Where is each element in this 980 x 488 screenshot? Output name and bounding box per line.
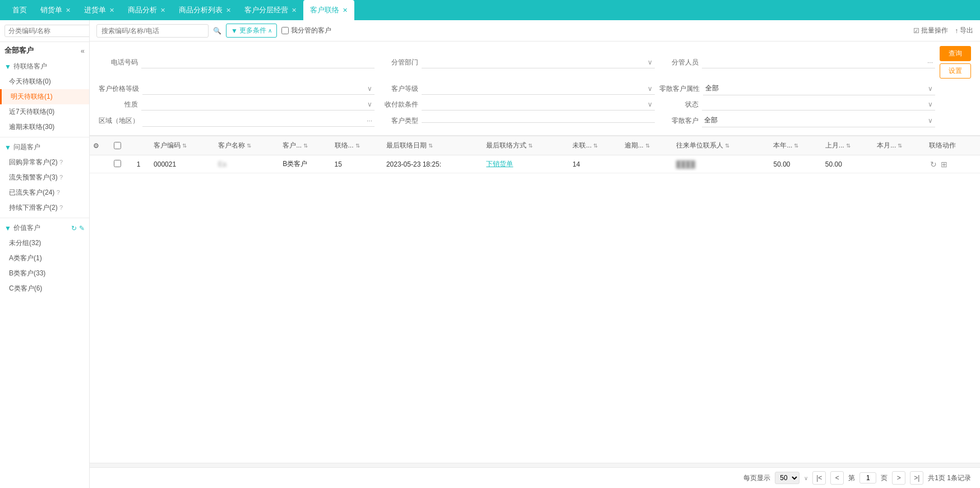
last-page-btn[interactable]: >| [910, 471, 923, 485]
retail-attr-select[interactable]: 全部 ∨ [703, 82, 935, 95]
sidebar-item-repurchase-abnormal[interactable]: 回购异常客户(2) ? [0, 155, 89, 170]
arrow-icon: ▼ [4, 63, 11, 71]
person-input[interactable]: ··· [702, 57, 935, 68]
sort-icon-this-month[interactable]: ⇅ [898, 142, 902, 149]
refresh-icon[interactable]: ↻ [71, 224, 77, 232]
cell-contact-action: ↻ ⊞ [926, 155, 980, 173]
sort-icon-contact[interactable]: ⇅ [355, 142, 360, 149]
export-btn[interactable]: ↑ 导出 [955, 26, 973, 35]
region-label: 区域（地区） [99, 116, 139, 126]
sort-icon-name[interactable]: ⇅ [247, 142, 251, 149]
th-last-month: 上月...⇅ [822, 136, 873, 155]
th-this-year-label: 本年... [773, 141, 792, 150]
region-input[interactable]: ··· [142, 115, 375, 127]
sidebar-item-today-label: 今天待联络(0) [9, 77, 51, 85]
setting-button[interactable]: 设置 [940, 63, 971, 79]
first-page-btn[interactable]: |< [812, 471, 826, 485]
per-page-label: 每页显示 [743, 473, 770, 483]
retail-customer-select[interactable]: 全部 ∨ [702, 114, 935, 127]
my-customers-checkbox-label[interactable]: 我分管的客户 [281, 26, 331, 35]
customer-type-select[interactable] [422, 119, 655, 123]
search-toolbar-icon[interactable]: 🔍 [213, 27, 221, 35]
nav-item-home[interactable]: 首页 [6, 0, 34, 20]
cell-unit-contact: ████ [673, 155, 770, 173]
nav-item-customer-tier-close-icon[interactable]: ✕ [292, 7, 297, 14]
sidebar-item-class-c[interactable]: C类客户(6) [0, 281, 89, 296]
sort-icon-year[interactable]: ⇅ [794, 142, 798, 149]
sort-icon-date[interactable]: ⇅ [428, 142, 433, 149]
sidebar-item-today[interactable]: 今天待联络(0) [0, 74, 89, 89]
filter-row-1: 电话号码 分管部门 ∨ 分管人员 ··· 查询 [99, 46, 971, 79]
batch-operation-btn[interactable]: ☑ 批量操作 [913, 26, 948, 35]
query-button[interactable]: 查询 [940, 46, 971, 61]
sort-icon-type[interactable]: ⇅ [303, 142, 308, 149]
sort-icon-code[interactable]: ⇅ [182, 142, 187, 149]
select-all-checkbox[interactable] [114, 142, 121, 149]
all-customers-header[interactable]: 全部客户 « [0, 42, 89, 59]
sidebar-item-lost[interactable]: 已流失客户(24) ? [0, 185, 89, 200]
sidebar-section-pending[interactable]: ▼ 待联络客户 [0, 59, 89, 74]
my-customers-checkbox[interactable] [281, 27, 289, 34]
divider-2 [0, 218, 89, 218]
nav-item-goods-analysis-close-icon[interactable]: ✕ [160, 7, 165, 14]
nav-item-goods-analysis[interactable]: 商品分析 ✕ [121, 0, 172, 20]
sidebar-item-class-b[interactable]: B类客户(33) [0, 266, 89, 281]
sidebar-item-lost-risk[interactable]: 流失预警客户(3) ? [0, 170, 89, 185]
sort-icon-not-contacted[interactable]: ⇅ [593, 142, 598, 149]
next-page-btn[interactable]: > [892, 471, 905, 485]
row-checkbox[interactable] [114, 160, 121, 167]
th-last-contact-date-label: 最后联络日期 [386, 141, 427, 150]
cell-name: Ea [215, 155, 279, 173]
filter-row-4: 区域（地区） ··· 客户类型 零散客户 全部 ∨ [99, 114, 971, 127]
nav-item-customer-tier[interactable]: 客户分层经营 ✕ [238, 0, 303, 20]
sidebar-item-overdue[interactable]: 逾期未联络(30) [0, 119, 89, 135]
sidebar-item-decreasing[interactable]: 持续下滑客户(2) ? [0, 200, 89, 215]
customer-level-select[interactable]: ∨ [422, 83, 655, 95]
price-level-select[interactable]: ∨ [142, 83, 375, 95]
nav-item-customer-contact-close-icon[interactable]: ✕ [343, 7, 348, 14]
sidebar-section-value[interactable]: ▼ 价值客户 ↻ ✎ [0, 220, 89, 236]
sidebar-item-unsorted[interactable]: 未分组(32) [0, 236, 89, 251]
sort-icon-overdue[interactable]: ⇅ [645, 142, 650, 149]
status-select[interactable]: ∨ [702, 99, 935, 111]
filter-cell-person: 分管人员 ··· [659, 57, 935, 68]
phone-input[interactable] [141, 57, 375, 68]
sidebar-item-class-a[interactable]: A类客户(1) [0, 251, 89, 266]
sidebar-item-week7[interactable]: 近7天待联络(0) [0, 104, 89, 119]
horizontal-scrollbar[interactable] [90, 463, 980, 467]
sidebar: 🔍 全部客户 « ▼ 待联络客户 今天待联络(0) 明天待联络(1) 近7天待联… [0, 20, 90, 488]
sidebar-search-input[interactable] [4, 25, 90, 37]
nav-item-purchase-close-icon[interactable]: ✕ [109, 7, 114, 14]
prev-page-btn[interactable]: < [830, 471, 844, 485]
payment-select[interactable]: ∨ [422, 99, 655, 111]
search-input[interactable] [96, 24, 209, 38]
nav-item-goods-analysis-table-close-icon[interactable]: ✕ [226, 7, 231, 14]
sort-icon-method[interactable]: ⇅ [528, 142, 533, 149]
region-ellipsis: ··· [367, 117, 372, 125]
more-conditions-label: 更多条件 [239, 26, 266, 35]
contact-refresh-icon[interactable]: ↻ [930, 160, 937, 169]
sidebar-section-problem[interactable]: ▼ 问题客户 [0, 140, 89, 155]
sort-icon-unit[interactable]: ⇅ [725, 142, 729, 149]
th-settings: ⚙ [90, 136, 110, 155]
nav-item-sales-close-icon[interactable]: ✕ [66, 7, 71, 14]
page-number-input[interactable] [859, 472, 876, 484]
dept-select[interactable]: ∨ [422, 57, 655, 68]
settings-icon[interactable]: ⚙ [93, 142, 99, 150]
more-conditions-btn[interactable]: ▼ 更多条件 ∧ [226, 24, 277, 38]
collapse-icon[interactable]: « [81, 47, 85, 55]
edit-icon[interactable]: ✎ [79, 224, 85, 232]
sort-icon-last-month[interactable]: ⇅ [846, 142, 850, 149]
sidebar-item-tomorrow[interactable]: 明天待联络(1) [0, 89, 89, 104]
filter-row-3: 性质 ∨ 收付款条件 ∨ 状态 [99, 99, 971, 111]
nav-item-goods-analysis-table[interactable]: 商品分析列表 ✕ [172, 0, 238, 20]
row-last-contact-method[interactable]: 下销货单 [486, 160, 513, 168]
nav-item-customer-contact-label: 客户联络 [310, 5, 339, 15]
contact-grid-icon[interactable]: ⊞ [941, 160, 947, 169]
nature-select[interactable]: ∨ [141, 99, 375, 111]
nav-item-purchase[interactable]: 进货单 ✕ [77, 0, 121, 20]
chevron-icon-3: ∨ [648, 85, 653, 93]
per-page-select[interactable]: 50 [775, 472, 799, 484]
nav-item-customer-contact[interactable]: 客户联络 ✕ [303, 0, 354, 20]
nav-item-sales[interactable]: 销货单 ✕ [34, 0, 77, 20]
